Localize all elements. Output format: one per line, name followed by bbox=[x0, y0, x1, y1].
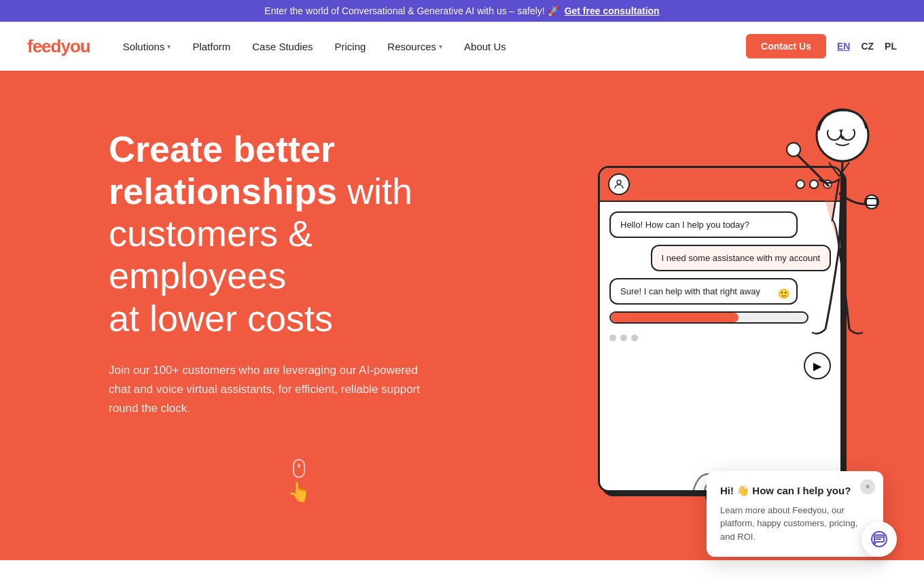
hero-description: Join our 100+ customers who are leveragi… bbox=[109, 361, 421, 418]
svg-point-6 bbox=[787, 143, 800, 156]
dot-2 bbox=[620, 334, 627, 341]
nav-about-label: About Us bbox=[464, 41, 506, 52]
nav-solutions-label: Solutions bbox=[123, 41, 165, 52]
scroll-indicator: 👆 bbox=[109, 459, 489, 503]
lang-pl[interactable]: PL bbox=[885, 41, 897, 52]
chevron-down-icon: ▾ bbox=[167, 43, 171, 50]
svg-point-0 bbox=[617, 180, 621, 184]
nav-pricing[interactable]: Pricing bbox=[334, 41, 366, 52]
scroll-mouse-icon bbox=[293, 459, 305, 478]
lang-cz[interactable]: CZ bbox=[861, 41, 874, 52]
chat-icon bbox=[871, 531, 887, 547]
lang-en[interactable]: EN bbox=[837, 41, 850, 52]
nav-resources-label: Resources bbox=[387, 41, 436, 52]
chat-popup: × Hi! 👋 How can I help you? Learn more a… bbox=[707, 471, 883, 557]
chat-popup-close-button[interactable]: × bbox=[860, 479, 875, 494]
nav-about[interactable]: About Us bbox=[464, 41, 506, 52]
nav-case-studies[interactable]: Case Studies bbox=[252, 41, 313, 52]
navbar: feedyou Solutions ▾ Platform Case Studie… bbox=[0, 22, 924, 71]
chat-popup-title: Hi! 👋 How can I help you? bbox=[720, 485, 870, 497]
chat-avatar bbox=[608, 173, 630, 195]
dot-3 bbox=[631, 334, 638, 341]
nav-pricing-label: Pricing bbox=[334, 41, 366, 52]
nav-platform-label: Platform bbox=[192, 41, 230, 52]
progress-fill bbox=[611, 313, 739, 322]
nav-resources[interactable]: Resources ▾ bbox=[387, 41, 442, 52]
top-banner: Enter the world of Conversational & Gene… bbox=[0, 0, 924, 22]
hero-title-bold: Create betterrelationships bbox=[109, 128, 337, 211]
scroll-hand-icon: 👆 bbox=[287, 481, 311, 503]
hero-content: Create betterrelationships withcustomers… bbox=[109, 128, 489, 503]
hero-title: Create betterrelationships withcustomers… bbox=[109, 128, 489, 339]
nav-links: Solutions ▾ Platform Case Studies Pricin… bbox=[123, 41, 746, 52]
nav-solutions[interactable]: Solutions ▾ bbox=[123, 41, 171, 52]
chevron-down-icon: ▾ bbox=[439, 43, 442, 50]
contact-button[interactable]: Contact Us bbox=[746, 34, 826, 58]
banner-cta[interactable]: Get free consultation bbox=[565, 5, 660, 16]
nav-right: Contact Us EN CZ PL bbox=[746, 34, 897, 58]
svg-rect-8 bbox=[866, 199, 877, 205]
chat-popup-text: Learn more about Feedyou, our platform, … bbox=[720, 504, 870, 544]
banner-text: Enter the world of Conversational & Gene… bbox=[264, 5, 558, 16]
logo[interactable]: feedyou bbox=[27, 36, 90, 57]
nav-case-studies-label: Case Studies bbox=[252, 41, 313, 52]
chat-widget-button[interactable] bbox=[861, 521, 897, 557]
nav-platform[interactable]: Platform bbox=[192, 41, 230, 52]
stick-figure-illustration bbox=[761, 98, 910, 451]
dot-1 bbox=[609, 334, 616, 341]
